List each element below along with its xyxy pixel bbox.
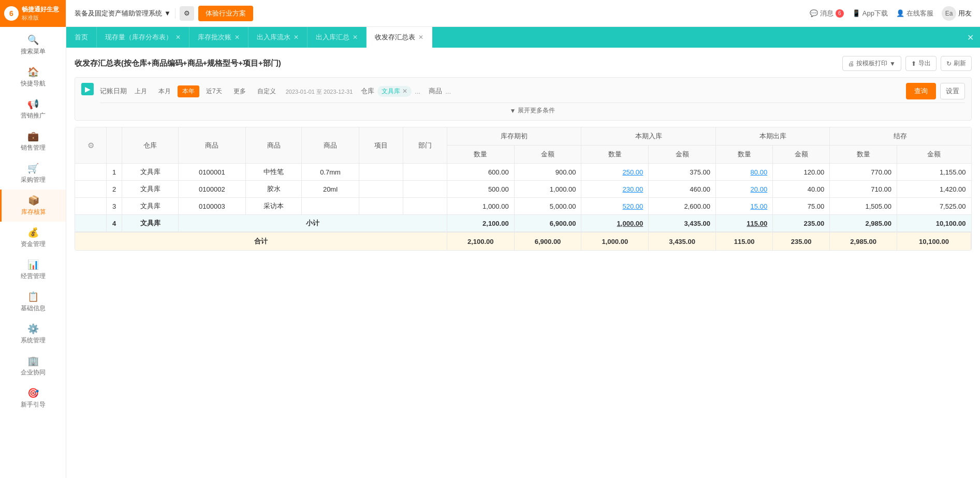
row-start-amt: 900.00	[514, 164, 581, 181]
settings-icon-btn[interactable]: ⚙	[180, 6, 194, 21]
sidebar-item-label-basic-info: 基础信息	[21, 304, 46, 313]
tab-bar-close-btn[interactable]: ✕	[961, 33, 980, 42]
warehouse-more[interactable]: ...	[415, 88, 420, 95]
online-service-action[interactable]: 👤 在线客服	[896, 9, 933, 18]
sidebar-item-finance[interactable]: 💰 资金管理	[0, 222, 66, 254]
filter-toggle-btn[interactable]: ▶	[81, 83, 94, 95]
export-btn[interactable]: ⬆ 导出	[905, 56, 937, 71]
sidebar-logo: 6 畅捷通好生意 标准版	[0, 0, 66, 27]
user-name: 用友	[958, 9, 972, 18]
row-bal-qty: 710.00	[830, 181, 897, 198]
sidebar-item-guide[interactable]: 🎯 新手引导	[0, 382, 66, 414]
sales-icon: 💼	[27, 131, 39, 142]
date-btn-this-year[interactable]: 本年	[178, 85, 199, 97]
th-bal-qty: 数量	[830, 146, 897, 164]
subtotal-out-amt: 235.00	[773, 215, 830, 233]
sidebar-item-search[interactable]: 🔍 搜索菜单	[0, 29, 66, 61]
avatar-text: Ea	[945, 10, 953, 17]
message-badge: 6	[836, 9, 844, 18]
th-start-amt: 金额	[514, 146, 581, 164]
sidebar-item-system[interactable]: ⚙️ 系统管理	[0, 318, 66, 350]
tab-stock-batch-label: 库存批次账	[198, 33, 231, 42]
page-title: 收发存汇总表(按仓库+商品编码+商品+规格型号+项目+部门)	[75, 59, 281, 68]
tab-stock-summary[interactable]: 出入库汇总 ✕	[308, 27, 367, 48]
page-title-bar: 收发存汇总表(按仓库+商品编码+商品+规格型号+项目+部门) 🖨 按模板打印 ▼…	[75, 56, 972, 71]
warehouse-tag[interactable]: 文具库 ✕	[377, 86, 412, 97]
print-label: 按模板打印	[856, 59, 887, 68]
tab-stock-batch[interactable]: 库存批次账 ✕	[189, 27, 248, 48]
warehouse-tag-text: 文具库	[382, 87, 400, 96]
tab-home[interactable]: 首页	[66, 27, 97, 48]
warehouse-tag-close[interactable]: ✕	[402, 88, 407, 95]
row-in-qty[interactable]: 250.00	[581, 164, 649, 181]
row-start-qty: 500.00	[447, 181, 514, 198]
sidebar-item-enterprise[interactable]: 🏢 企业协同	[0, 350, 66, 382]
date-btn-more[interactable]: 更多	[229, 85, 251, 97]
subtotal-no: 4	[107, 215, 122, 233]
total-bal-amt: 10,100.00	[897, 232, 971, 250]
row-goods-code: 0100002	[178, 181, 245, 198]
row-gear	[75, 198, 107, 215]
subtotal-warehouse: 文具库	[122, 215, 179, 233]
experience-btn[interactable]: 体验行业方案	[198, 6, 253, 21]
row-out-qty[interactable]: 20.00	[716, 181, 773, 198]
date-btn-7days[interactable]: 近7天	[201, 85, 227, 97]
sidebar-item-inventory[interactable]: 📦 库存核算	[0, 190, 66, 222]
subtotal-label: 小计	[178, 215, 447, 233]
export-label: 导出	[918, 59, 931, 68]
sidebar-item-quick-nav[interactable]: 🏠 快捷导航	[0, 61, 66, 93]
sidebar-item-sales[interactable]: 💼 销售管理	[0, 125, 66, 157]
tab-recv-send[interactable]: 收发存汇总表 ✕	[367, 27, 432, 48]
row-out-qty[interactable]: 80.00	[716, 164, 773, 181]
row-goods-spec: 20ml	[302, 181, 359, 198]
date-btn-this-month[interactable]: 本月	[154, 85, 175, 97]
row-bal-amt: 1,155.00	[897, 164, 971, 181]
sidebar-item-purchase[interactable]: 🛒 采购管理	[0, 157, 66, 190]
row-dept	[403, 181, 447, 198]
sidebar-item-marketing[interactable]: 📢 营销推广	[0, 93, 66, 125]
th-gear[interactable]: ⚙	[75, 127, 107, 164]
refresh-btn[interactable]: ↻ 刷新	[941, 56, 972, 71]
row-in-amt: 460.00	[649, 181, 716, 198]
tab-stock-flow-close[interactable]: ✕	[294, 34, 299, 41]
message-action[interactable]: 💬 消息 6	[810, 9, 844, 18]
th-dept: 部门	[403, 127, 447, 164]
date-btn-last-month[interactable]: 上月	[130, 85, 152, 97]
subtotal-row: 4 文具库 小计 2,100.00 6,900.00 1,000.00 3,43…	[75, 215, 971, 233]
marketing-icon: 📢	[27, 98, 39, 110]
goods-more[interactable]: ...	[445, 88, 451, 95]
tab-stock-flow[interactable]: 出入库流水 ✕	[248, 27, 308, 48]
row-project	[359, 164, 403, 181]
print-btn[interactable]: 🖨 按模板打印 ▼	[842, 56, 901, 71]
gear-icon[interactable]: ⚙	[87, 141, 94, 150]
tab-stock-batch-close[interactable]: ✕	[235, 34, 240, 41]
user-action[interactable]: Ea 用友	[942, 6, 972, 21]
print-dropdown-icon: ▼	[889, 60, 896, 67]
app-download-action[interactable]: 📱 App下载	[852, 9, 888, 18]
row-in-qty[interactable]: 520.00	[581, 198, 649, 215]
tab-stock-summary-close[interactable]: ✕	[353, 34, 358, 41]
row-in-qty[interactable]: 230.00	[581, 181, 649, 198]
total-in-amt: 3,435.00	[649, 232, 716, 250]
tab-stock-dist-close[interactable]: ✕	[175, 34, 181, 41]
date-btn-custom[interactable]: 自定义	[253, 85, 281, 97]
tab-recv-send-close[interactable]: ✕	[418, 34, 423, 41]
tab-recv-send-label: 收发存汇总表	[375, 33, 415, 42]
filter-expand[interactable]: ▼ 展开更多条件	[100, 103, 965, 115]
goods-filter-label: 商品	[429, 86, 442, 96]
settings-text-btn[interactable]: 设置	[940, 83, 965, 99]
sidebar-menu: 🔍 搜索菜单 🏠 快捷导航 📢 营销推广 💼 销售管理 🛒 采购管理 📦	[0, 27, 66, 478]
sidebar-item-operations[interactable]: 📊 经营管理	[0, 254, 66, 286]
th-period-out: 本期出库	[716, 127, 830, 146]
tab-stock-dist[interactable]: 现存量（库存分布表） ✕	[97, 27, 189, 48]
goods-filter: 商品 ...	[429, 86, 451, 96]
subtotal-start-qty: 2,100.00	[447, 215, 514, 233]
query-btn[interactable]: 查询	[906, 83, 936, 99]
sidebar-item-basic-info[interactable]: 📋 基础信息	[0, 286, 66, 318]
row-out-qty[interactable]: 15.00	[716, 198, 773, 215]
sidebar-item-label-guide: 新手引导	[21, 400, 46, 409]
table-row: 2 文具库 0100002 胶水 20ml 500.00 1,000.00 23…	[75, 181, 971, 198]
row-no: 2	[107, 181, 122, 198]
basic-info-icon: 📋	[27, 291, 39, 302]
system-title-dropdown[interactable]: 装备及固定资产辅助管理系统 ▼	[75, 9, 171, 18]
